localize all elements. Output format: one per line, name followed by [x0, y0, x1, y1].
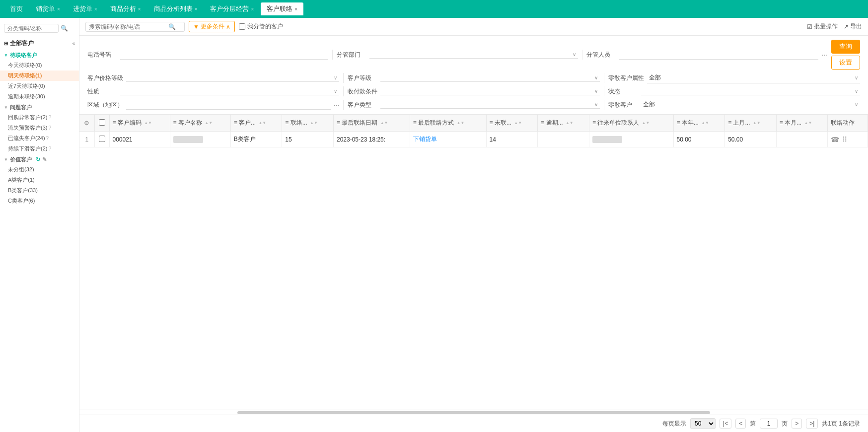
region-input[interactable]: [126, 100, 331, 110]
search-input[interactable]: [89, 23, 168, 30]
horizontal-scrollbar[interactable]: [79, 410, 868, 415]
manager-more-icon[interactable]: ···: [821, 51, 827, 59]
search-icon[interactable]: 🔍: [168, 23, 176, 30]
col-action: 联络动作: [828, 115, 868, 132]
col-overdue: ≡ 逾期... ▲▼: [538, 115, 589, 132]
customer-type-select[interactable]: ∨: [380, 101, 599, 109]
this-year-amount: 50.00: [673, 132, 725, 147]
main-layout: 🔍 ⊞ 全部客户 « 待联络客户 今天待联络(0) 明天待联络(1) 近7天待联…: [0, 18, 868, 432]
payment-label: 收付款条件: [348, 87, 377, 96]
sidebar-item-class-a[interactable]: A类客户(1): [0, 175, 79, 185]
refresh-icon[interactable]: ↻: [36, 156, 40, 163]
settings-icon[interactable]: ⚙: [84, 120, 89, 127]
chevron-down-icon: ∨: [594, 88, 598, 94]
edit-icon[interactable]: ✎: [42, 156, 47, 163]
close-icon[interactable]: ×: [294, 6, 297, 12]
col-settings[interactable]: ⚙: [79, 115, 94, 132]
filter-status: 状态 ∨: [608, 87, 860, 96]
sidebar-item-class-c[interactable]: C类客户(6): [0, 196, 79, 206]
close-icon[interactable]: ×: [57, 6, 60, 12]
nav-purchase-order[interactable]: 进货单 ×: [67, 2, 103, 15]
row-checkbox[interactable]: [94, 132, 109, 147]
sidebar-item-declining[interactable]: 持续下滑客户(2) ?: [0, 144, 79, 154]
query-button[interactable]: 查询: [831, 40, 860, 54]
region-more-icon[interactable]: ···: [334, 101, 340, 109]
nav-product-analysis[interactable]: 商品分析 ×: [104, 2, 147, 15]
dept-select[interactable]: ∨: [369, 51, 578, 59]
sort-icon[interactable]: ▲▼: [456, 121, 464, 125]
page-label: 第: [750, 420, 756, 428]
phone-action-icon[interactable]: ☎: [831, 136, 839, 144]
top-nav: 首页 销货单 × 进货单 × 商品分析 × 商品分析列表 × 客户分层经营 × …: [0, 0, 868, 18]
contact-person-blurred: [592, 136, 622, 143]
close-icon[interactable]: ×: [251, 6, 254, 12]
col-checkbox[interactable]: [94, 115, 109, 132]
scrollbar-thumb[interactable]: [237, 411, 711, 414]
more-action-icon[interactable]: ⠿: [842, 136, 847, 144]
export-button[interactable]: ↗ 导出: [844, 22, 862, 31]
col-contact-person: ≡ 往来单位联系人 ▲▼: [589, 115, 673, 132]
sort-icon[interactable]: ▲▼: [144, 121, 152, 125]
sidebar-item-class-b[interactable]: B类客户(33): [0, 185, 79, 196]
collapse-icon[interactable]: «: [72, 41, 75, 46]
page-size-select[interactable]: 50 100 200: [690, 418, 716, 429]
phone-input[interactable]: [120, 50, 328, 60]
row-select-checkbox[interactable]: [99, 136, 105, 142]
payment-select[interactable]: ∨: [380, 87, 599, 95]
nav-customer-stratification[interactable]: 客户分层经营 ×: [204, 2, 260, 15]
filter-row-4: 区域（地区） ··· 客户类型 ∨ 零散客户 全部: [87, 99, 860, 110]
sidebar-item-today-contact[interactable]: 今天待联络(0): [0, 60, 79, 71]
page-input[interactable]: [760, 419, 778, 429]
sidebar-search-icon[interactable]: 🔍: [61, 25, 68, 32]
close-icon[interactable]: ×: [195, 6, 198, 12]
sort-icon[interactable]: ▲▼: [258, 121, 266, 125]
nav-sales-order[interactable]: 销货单 ×: [30, 2, 66, 15]
retail-customer-select[interactable]: 全部 ∨: [641, 99, 860, 110]
close-icon[interactable]: ×: [94, 6, 97, 12]
sort-icon[interactable]: ▲▼: [753, 121, 761, 125]
more-conditions-button[interactable]: ▼ 更多条件 ∧: [189, 21, 235, 32]
sort-icon[interactable]: ▲▼: [566, 121, 574, 125]
pagination-bar: 每页显示 50 100 200 |< < 第 页 > >| 共1页 1条记录: [79, 415, 868, 432]
status-select[interactable]: ∨: [641, 87, 860, 95]
setting-button[interactable]: 设置: [831, 56, 860, 70]
next-page-button[interactable]: >: [792, 419, 802, 429]
sort-icon[interactable]: ▲▼: [514, 121, 522, 125]
this-month-amount: [776, 132, 828, 147]
sidebar-group-value-customers: 价值客户 ↻ ✎: [0, 154, 79, 164]
my-customers-check[interactable]: [239, 23, 245, 30]
gender-select[interactable]: ∨: [120, 87, 339, 95]
nav-product-analysis-list[interactable]: 商品分析列表 ×: [148, 2, 204, 15]
all-customers-header[interactable]: ⊞ 全部客户 «: [0, 37, 79, 50]
sort-icon[interactable]: ▲▼: [804, 121, 812, 125]
nav-home[interactable]: 首页: [4, 2, 29, 15]
prev-page-button[interactable]: <: [735, 419, 746, 429]
sidebar-item-ungrouped[interactable]: 未分组(32): [0, 164, 79, 175]
status-label: 状态: [608, 87, 638, 96]
sidebar-item-churned[interactable]: 已流失客户(24) ?: [0, 133, 79, 144]
sidebar-item-tomorrow-contact[interactable]: 明天待联络(1): [0, 71, 79, 81]
my-customers-checkbox[interactable]: 我分管的客户: [239, 22, 283, 31]
nav-customer-contact[interactable]: 客户联络 ×: [261, 2, 303, 15]
sort-icon[interactable]: ▲▼: [642, 121, 650, 125]
manager-input[interactable]: [619, 50, 819, 60]
sidebar-item-7days-contact[interactable]: 近7天待联络(0): [0, 81, 79, 91]
sort-icon[interactable]: ▲▼: [310, 121, 318, 125]
last-contact-link[interactable]: 下销货单: [413, 136, 437, 143]
sidebar-item-overdue-contact[interactable]: 逾期未联络(30): [0, 91, 79, 102]
first-page-button[interactable]: |<: [720, 419, 731, 429]
price-level-select[interactable]: ∨: [126, 74, 339, 82]
sidebar-search-input[interactable]: [4, 24, 59, 33]
batch-operation-button[interactable]: ☑ 批量操作: [807, 22, 838, 31]
sort-icon[interactable]: ▲▼: [205, 121, 213, 125]
sort-icon[interactable]: ▲▼: [701, 121, 709, 125]
sort-icon[interactable]: ▲▼: [380, 121, 388, 125]
grid-icon: ⊞: [4, 41, 8, 46]
sidebar-item-churn-warning[interactable]: 流失预警客户(3) ?: [0, 123, 79, 133]
select-all-checkbox[interactable]: [99, 119, 105, 126]
retail-attr-select[interactable]: 全部 ∨: [647, 72, 860, 83]
sidebar-item-repurchase-abnormal[interactable]: 回购异常客户(2) ?: [0, 112, 79, 123]
close-icon[interactable]: ×: [138, 6, 141, 12]
last-page-button[interactable]: >|: [806, 419, 818, 429]
customer-level-select[interactable]: ∨: [380, 74, 599, 82]
